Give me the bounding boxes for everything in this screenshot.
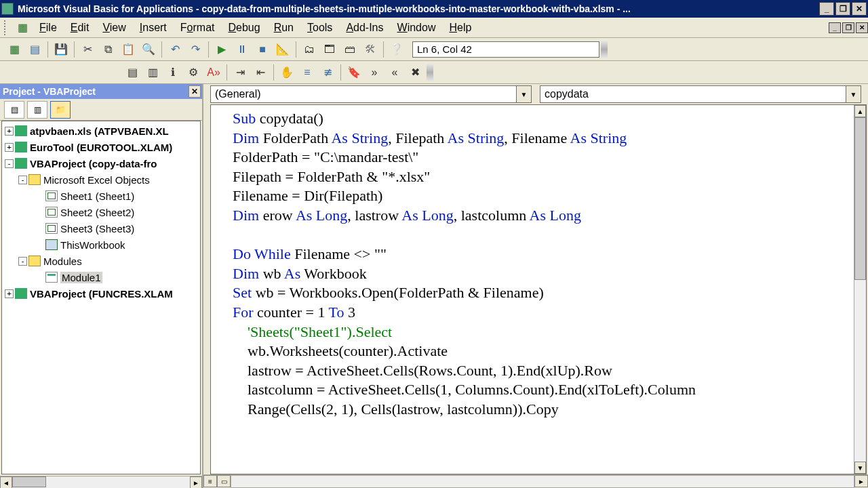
object-browser-icon[interactable]: 🗃 [341,41,359,58]
tree-node-eurotool[interactable]: +EuroTool (EUROTOOL.XLAM) [2,139,200,155]
tree-node-excel-objects[interactable]: -Microsoft Excel Objects [2,171,200,188]
parameter-info-icon[interactable]: ⚙ [184,64,202,81]
bookmark-clear-icon[interactable]: ✖ [406,64,424,81]
breakpoint-icon[interactable]: ✋ [278,64,296,81]
complete-word-icon[interactable]: A» [205,64,222,81]
toolbox-icon[interactable]: 🛠 [361,41,379,58]
save-icon[interactable]: 💾 [52,41,70,58]
menu-file[interactable]: File [33,19,64,37]
cursor-position: Ln 6, Col 42 [412,41,599,58]
project-explorer-close-button[interactable]: ✕ [189,85,201,98]
restore-button[interactable]: ❐ [835,2,850,16]
menu-edit[interactable]: Edit [64,19,96,37]
app-icon [1,3,14,15]
scroll-down-icon[interactable]: ▼ [854,462,866,474]
uncomment-block-icon[interactable]: ≢ [319,64,336,81]
indent-icon[interactable]: ⇥ [231,64,249,81]
excel-icon[interactable]: ▦ [14,19,31,37]
toolbar-overflow-2[interactable] [427,64,433,81]
outdent-icon[interactable]: ⇤ [252,64,269,81]
paste-icon[interactable]: 📋 [119,41,137,58]
project-explorer-title: Project - VBAProject ✕ [0,84,202,99]
chevron-down-icon[interactable]: ▼ [846,86,861,102]
mdi-controls: _ ❐ ✕ [827,22,868,33]
view-excel-icon[interactable]: ▦ [5,41,23,58]
object-combobox[interactable]: (General) ▼ [210,85,532,103]
project-hscrollbar[interactable]: ◄ ► [0,476,202,488]
tree-node-atpvbaen[interactable]: +atpvbaen.xls (ATPVBAEN.XL [2,123,200,139]
tree-node-modules[interactable]: -Modules [2,253,200,269]
insert-module-icon[interactable]: ▤ [26,41,43,58]
menu-view[interactable]: View [96,19,132,37]
project-toolstrip: ▤ ▥ 📁 [0,99,202,121]
tree-node-sheet2[interactable]: Sheet2 (Sheet2) [2,204,200,220]
title-bar: Microsoft Visual Basic for Applications … [0,0,868,18]
procedure-view-button[interactable]: ≡ [203,475,217,487]
window-title: Microsoft Visual Basic for Applications … [18,3,818,14]
list-constants-icon[interactable]: ▥ [144,64,161,81]
find-icon[interactable]: 🔍 [140,41,157,58]
editor-vscrollbar[interactable]: ▲ ▼ [854,105,866,474]
undo-icon[interactable]: ↶ [166,41,184,58]
help-icon[interactable]: ❔ [388,41,406,58]
break-icon[interactable]: ⏸ [233,41,251,58]
menu-window[interactable]: Window [391,19,443,37]
bookmark-toggle-icon[interactable]: 🔖 [345,64,363,81]
menu-format[interactable]: Format [174,19,222,37]
full-module-view-button[interactable]: ▭ [217,475,231,487]
reset-icon[interactable]: ■ [254,41,271,58]
menu-insert[interactable]: Insert [133,19,174,37]
properties-icon[interactable]: 🗔 [321,41,338,58]
design-mode-icon[interactable]: 📐 [274,41,292,58]
close-button[interactable]: ✕ [852,2,867,16]
project-explorer: Project - VBAProject ✕ ▤ ▥ 📁 +atpvbaen.x… [0,84,203,488]
edit-toolbar: ▤ ▥ ℹ ⚙ A» ⇥ ⇤ ✋ ≡ ≢ 🔖 » « ✖ [0,61,868,84]
menu-addins[interactable]: Add-Ins [339,19,390,37]
tree-node-vbaproject-main[interactable]: -VBAProject (copy-data-fro [2,155,200,171]
tree-node-thisworkbook[interactable]: ThisWorkbook [2,237,200,253]
procedure-combobox[interactable]: copydata ▼ [540,85,861,103]
tree-node-sheet3[interactable]: Sheet3 (Sheet3) [2,220,200,237]
comment-block-icon[interactable]: ≡ [298,64,316,81]
list-properties-icon[interactable]: ▤ [123,64,141,81]
code-editor-region: (General) ▼ copydata ▼ Sub copydata() Di… [203,84,868,488]
copy-icon[interactable]: ⧉ [99,41,117,58]
scroll-left-icon[interactable]: ◄ [0,476,12,488]
scroll-up-icon[interactable]: ▲ [854,105,866,117]
scroll-right-icon[interactable]: ► [190,476,202,488]
project-explorer-icon[interactable]: 🗂 [300,41,318,58]
menu-bar: ▦ File Edit View Insert Format Debug Run… [0,18,868,38]
cut-icon[interactable]: ✂ [79,41,96,58]
view-object-button[interactable]: ▥ [27,101,47,119]
tree-node-module1[interactable]: Module1 [2,269,200,285]
toolbar-overflow[interactable] [601,41,608,58]
tree-node-funcres[interactable]: +VBAProject (FUNCRES.XLAM [2,285,200,302]
run-icon[interactable]: ▶ [213,41,231,58]
menu-run[interactable]: Run [267,19,300,37]
editor-footer: ≡ ▭ ► [203,474,868,488]
mdi-minimize-button[interactable]: _ [829,22,841,33]
minimize-button[interactable]: _ [819,2,834,16]
code-editor[interactable]: Sub copydata() Dim FolderPath As String,… [211,105,854,474]
mdi-close-button[interactable]: ✕ [856,22,868,33]
bookmark-prev-icon[interactable]: « [386,64,403,81]
view-code-button[interactable]: ▤ [4,101,24,119]
project-tree[interactable]: +atpvbaen.xls (ATPVBAEN.XL +EuroTool (EU… [1,121,201,474]
toggle-folders-button[interactable]: 📁 [50,101,71,119]
standard-toolbar: ▦ ▤ 💾 ✂ ⧉ 📋 🔍 ↶ ↷ ▶ ⏸ ■ 📐 🗂 🗔 🗃 🛠 ❔ Ln 6… [0,38,868,61]
mdi-restore-button[interactable]: ❐ [842,22,854,33]
chevron-down-icon[interactable]: ▼ [516,86,531,102]
bookmark-next-icon[interactable]: » [366,64,383,81]
redo-icon[interactable]: ↷ [186,41,204,58]
menu-help[interactable]: Help [442,19,478,37]
scroll-right-icon[interactable]: ► [854,475,868,487]
menu-debug[interactable]: Debug [222,19,267,37]
tree-node-sheet1[interactable]: Sheet1 (Sheet1) [2,188,200,204]
menu-tools[interactable]: Tools [300,19,339,37]
toolbar-grip[interactable] [4,20,9,35]
quick-info-icon[interactable]: ℹ [164,64,182,81]
